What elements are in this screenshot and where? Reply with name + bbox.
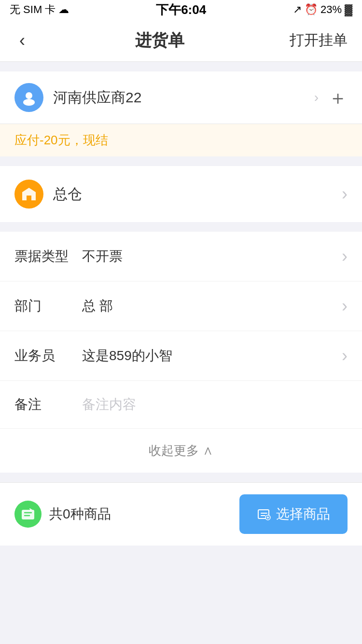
department-label: 部门 bbox=[14, 297, 72, 315]
notice-banner: 应付-20元，现结 bbox=[0, 124, 362, 156]
invoice-type-value: 不开票 bbox=[72, 247, 342, 266]
status-bar: 无 SIM 卡 ☁ 下午6:04 ↗ ⏰ 23% ▓ bbox=[0, 0, 362, 19]
battery-icon: ▓ bbox=[345, 3, 352, 16]
svg-point-0 bbox=[26, 92, 32, 99]
svg-rect-3 bbox=[22, 510, 34, 519]
page-title: 进货单 bbox=[135, 29, 184, 52]
svg-point-1 bbox=[23, 99, 35, 106]
salesperson-row[interactable]: 业务员 这是859的小智 bbox=[0, 331, 362, 381]
section-gap-3 bbox=[0, 222, 362, 232]
remark-label: 备注 bbox=[14, 395, 72, 414]
chevron-right-icon bbox=[342, 184, 348, 204]
invoice-type-label: 票据类型 bbox=[14, 247, 72, 266]
alarm-icon: ⏰ bbox=[305, 3, 318, 16]
remark-row[interactable]: 备注 备注内容 bbox=[0, 381, 362, 428]
location-icon: ↗ bbox=[293, 3, 302, 16]
chevron-right-icon bbox=[342, 296, 348, 316]
salesperson-value: 这是859的小智 bbox=[72, 347, 342, 365]
supplier-name: 河南供应商22 bbox=[53, 88, 314, 108]
chevron-right-icon: › bbox=[314, 90, 319, 105]
form-section: 票据类型 不开票 部门 总 部 业务员 这是859的小智 备注 备注内容 收起更… bbox=[0, 232, 362, 473]
supplier-row[interactable]: 河南供应商22 › ＋ bbox=[0, 71, 362, 124]
battery-level: 23% bbox=[320, 3, 342, 16]
invoice-type-row[interactable]: 票据类型 不开票 bbox=[0, 232, 362, 281]
section-gap-4 bbox=[0, 473, 362, 482]
warehouse-icon-wrap bbox=[14, 180, 43, 209]
section-gap-2 bbox=[0, 156, 362, 166]
chevron-right-icon bbox=[342, 346, 348, 366]
product-count-wrap: 共0种商品 bbox=[14, 501, 111, 528]
background-area bbox=[0, 546, 362, 644]
supplier-section: 河南供应商22 › ＋ 应付-20元，现结 bbox=[0, 71, 362, 156]
sim-status: 无 SIM 卡 ☁ bbox=[10, 2, 69, 17]
status-right: ↗ ⏰ 23% ▓ bbox=[293, 3, 352, 16]
product-count-text: 共0种商品 bbox=[49, 505, 111, 523]
select-product-label: 选择商品 bbox=[276, 505, 330, 523]
status-left: 无 SIM 卡 ☁ bbox=[10, 2, 69, 17]
avatar bbox=[14, 83, 43, 112]
department-row[interactable]: 部门 总 部 bbox=[0, 281, 362, 331]
remark-placeholder: 备注内容 bbox=[72, 395, 348, 414]
nav-bar: ‹ 进货单 打开挂单 bbox=[0, 19, 362, 62]
select-product-button[interactable]: 选择商品 bbox=[239, 494, 348, 534]
warehouse-row[interactable]: 总仓 bbox=[0, 166, 362, 222]
product-icon-wrap bbox=[14, 501, 42, 528]
status-time: 下午6:04 bbox=[156, 1, 206, 18]
svg-rect-2 bbox=[27, 196, 31, 200]
warehouse-section: 总仓 bbox=[0, 166, 362, 222]
section-gap-1 bbox=[0, 62, 362, 71]
open-pending-button[interactable]: 打开挂单 bbox=[290, 30, 348, 50]
add-button[interactable]: ＋ bbox=[328, 84, 348, 111]
bottom-bar: 共0种商品 选择商品 bbox=[0, 482, 362, 546]
salesperson-label: 业务员 bbox=[14, 347, 72, 365]
back-button[interactable]: ‹ bbox=[14, 26, 30, 56]
department-value: 总 部 bbox=[72, 297, 342, 315]
chevron-right-icon bbox=[342, 246, 348, 266]
collapse-row[interactable]: 收起更多 ∧ bbox=[0, 428, 362, 473]
warehouse-name: 总仓 bbox=[53, 184, 342, 204]
select-product-icon bbox=[257, 507, 271, 521]
